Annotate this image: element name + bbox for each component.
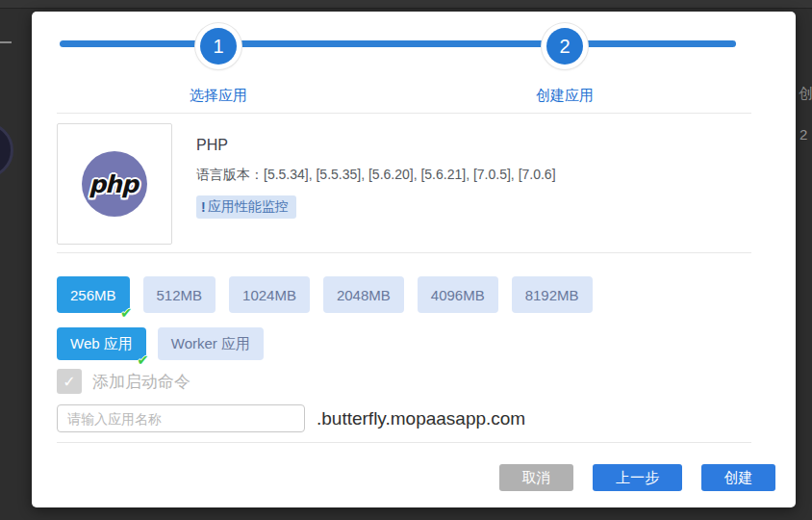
startup-command-label: 添加启动命令 (92, 371, 190, 393)
previous-step-button[interactable]: 上一步 (593, 464, 682, 491)
selected-app-section: php PHP 语言版本：[5.5.34], [5.5.35], [5.6.20… (57, 123, 751, 245)
background-glyph: 2 (799, 126, 812, 143)
progress-track (60, 40, 736, 47)
memory-option-2048mb[interactable]: 2048MB (323, 276, 404, 313)
app-type-label: Web 应用 (70, 335, 133, 353)
step-1-label: 选择应用 (151, 87, 286, 105)
memory-option-4096mb[interactable]: 4096MB (418, 276, 498, 313)
check-icon: ✔ (137, 352, 149, 367)
memory-options-row: 256MB ✔ 512MB 1024MB 2048MB 4096MB 8192M… (57, 276, 751, 313)
background-glyph: 创 (799, 85, 812, 103)
app-name-row: .butterfly.mopaasapp.com (57, 404, 751, 432)
php-logo-icon: php (82, 151, 147, 217)
divider (57, 113, 751, 114)
cancel-button[interactable]: 取消 (499, 464, 573, 491)
check-icon: ✔ (120, 305, 133, 320)
step-1-number: 1 (200, 28, 237, 65)
app-type-label: Worker 应用 (171, 335, 250, 353)
memory-option-8192mb[interactable]: 8192MB (512, 276, 593, 313)
background-fragment (0, 33, 12, 43)
performance-monitor-badge: ! 应用性能监控 (196, 195, 296, 219)
memory-option-256mb[interactable]: 256MB ✔ (57, 276, 130, 313)
app-info: PHP 语言版本：[5.5.34], [5.5.35], [5.6.20], [… (196, 123, 556, 245)
background-header-strip (0, 0, 812, 9)
memory-option-label: 2048MB (337, 287, 391, 303)
step-2-label: 创建应用 (497, 87, 632, 105)
app-type-row: Web 应用 ✔ Worker 应用 (57, 327, 751, 360)
app-name-input[interactable] (57, 404, 305, 432)
step-2-number: 2 (546, 28, 583, 65)
create-app-modal: 1 2 选择应用 创建应用 php PHP 语言版本：[5.5.34], [5.… (32, 12, 796, 507)
modal-footer: 取消 上一步 创建 (32, 464, 796, 491)
memory-option-label: 256MB (70, 287, 116, 303)
step-progress: 1 2 选择应用 创建应用 (32, 12, 796, 113)
php-app-card[interactable]: php (57, 123, 172, 245)
app-type-web[interactable]: Web 应用 ✔ (57, 327, 146, 360)
app-versions: 语言版本：[5.5.34], [5.5.35], [5.6.20], [5.6.… (196, 167, 556, 184)
php-logo-text: php (89, 170, 140, 198)
memory-option-label: 512MB (157, 287, 203, 303)
memory-option-512mb[interactable]: 512MB (143, 276, 216, 313)
app-type-worker[interactable]: Worker 应用 (158, 327, 264, 360)
create-button[interactable]: 创建 (701, 464, 775, 491)
background-logo-circle (0, 122, 13, 178)
startup-command-row: ✓ 添加启动命令 (57, 369, 751, 394)
memory-option-label: 4096MB (431, 287, 485, 303)
divider (57, 252, 751, 253)
checkbox-check-icon: ✓ (63, 373, 75, 391)
memory-option-1024mb[interactable]: 1024MB (229, 276, 310, 313)
badge-label: 应用性能监控 (208, 198, 289, 216)
memory-option-label: 8192MB (525, 287, 579, 303)
step-2-circle: 2 (542, 23, 588, 69)
app-title: PHP (196, 137, 556, 154)
versions-label: 语言版本： (196, 167, 264, 182)
versions-list: [5.5.34], [5.5.35], [5.6.20], [5.6.21], … (264, 167, 556, 182)
divider (57, 442, 751, 443)
step-1-circle: 1 (195, 23, 241, 69)
memory-option-label: 1024MB (242, 287, 296, 303)
domain-suffix: .butterfly.mopaasapp.com (317, 408, 525, 429)
exclamation-icon: ! (201, 199, 206, 215)
startup-command-checkbox[interactable]: ✓ (57, 369, 82, 394)
